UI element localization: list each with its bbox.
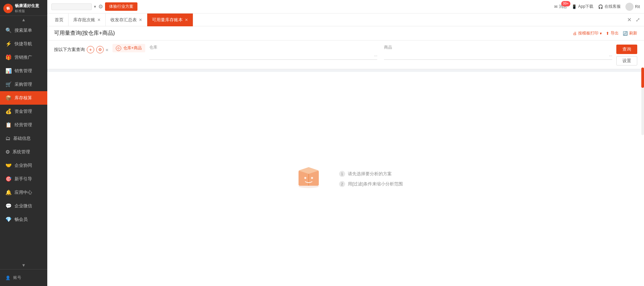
goods-input[interactable]	[384, 53, 607, 58]
filter-scheme-warehouse-goods[interactable]: ⊙ 仓库+商品	[112, 44, 145, 52]
sidebar-item-quick-nav[interactable]: ⚡ 快捷导航	[0, 37, 47, 51]
page-title: 可用量查询(按仓库+商品)	[54, 30, 115, 37]
tab-collection-summary-close[interactable]: ✕	[139, 18, 142, 22]
print-dropdown-icon[interactable]: ▾	[600, 31, 602, 36]
tab-bar: 首页 库存批次账 ✕ 收发存汇总表 ✕ 可用量库存账本 ✕ ✕ ⤢	[47, 14, 644, 26]
filter-add-button[interactable]: +	[87, 46, 94, 53]
page-header: 可用量查询(按仓库+商品) 🖨 按模板打印 ▾ ⬆ 导出 🔄 刷新	[47, 26, 644, 41]
sidebar-nav: 🔍 搜索菜单 ⚡ 快捷导航 🎁 营销推广 📊 销售管理 🛒 采购管理 📦 库存核…	[0, 24, 47, 261]
tab-collection-summary-label: 收发存汇总表	[110, 17, 137, 23]
tab-batch-ledger[interactable]: 库存批次账 ✕	[69, 14, 106, 26]
app-title: 畅康通好生意	[15, 3, 39, 9]
search-icon: 🔍	[5, 27, 12, 33]
tab-home[interactable]: 首页	[50, 14, 69, 26]
app-logo: 畅	[3, 4, 13, 13]
operation-icon: 📋	[5, 122, 12, 128]
app-download-button[interactable]: 📱 App下载	[572, 4, 593, 9]
sidebar-scroll-down[interactable]: ▼	[0, 261, 47, 269]
filter-scheme-list: ⊙ 仓库+商品	[112, 44, 145, 52]
warehouse-more-button[interactable]: ···	[374, 53, 377, 58]
print-icon: 🖨	[573, 31, 577, 36]
sidebar-item-guide[interactable]: 🎯 新手引导	[0, 172, 47, 186]
sidebar-item-basic[interactable]: 🗂 基础信息	[0, 132, 47, 145]
sidebar-scroll-up[interactable]: ▲	[0, 16, 47, 24]
tab-batch-ledger-close[interactable]: ✕	[97, 18, 101, 22]
svg-point-5	[311, 177, 313, 179]
empty-svg-icon	[293, 159, 324, 189]
online-service-button[interactable]: 🎧 在线客服	[598, 4, 621, 9]
basic-icon: 🗂	[5, 135, 10, 141]
export-button[interactable]: ⬆ 导出	[606, 30, 619, 36]
sidebar-item-search[interactable]: 🔍 搜索菜单	[0, 24, 47, 37]
svg-point-4	[304, 177, 306, 179]
filter-bar: 按以下方案查询 + ⚙ « ⊙ 仓库+商品 仓库 ···	[47, 41, 644, 69]
breadcrumb-input[interactable]	[51, 3, 92, 10]
refresh-icon: 🔄	[623, 31, 628, 36]
gear-icon[interactable]: ⚙	[98, 3, 103, 10]
goods-more-button[interactable]: ···	[609, 53, 612, 58]
header-left: ▾ ⚙ 体验行业方案	[51, 2, 551, 11]
sidebar-item-sales[interactable]: 📊 销售管理	[0, 64, 47, 78]
goods-field-input: ···	[384, 52, 612, 60]
expand-tab-button[interactable]: ⤢	[634, 17, 641, 23]
message-button[interactable]: ✉ 消息 99+	[554, 4, 567, 9]
sidebar-item-finance[interactable]: 💰 资金管理	[0, 105, 47, 118]
sidebar-item-system[interactable]: ⚙ 系统管理	[0, 145, 47, 159]
query-button[interactable]: 查询	[616, 45, 637, 54]
purchase-icon: 🛒	[5, 81, 12, 87]
vip-icon: 💎	[5, 216, 12, 223]
sidebar-item-app-center[interactable]: 🔔 应用中心	[0, 186, 47, 199]
headset-icon: 🎧	[598, 4, 603, 9]
sidebar-item-enterprise[interactable]: 🤝 企业协同	[0, 159, 47, 172]
trial-button[interactable]: 体验行业方案	[105, 2, 137, 11]
content-area: 可用量查询(按仓库+商品) 🖨 按模板打印 ▾ ⬆ 导出 🔄 刷新	[47, 26, 644, 286]
tab-available-ledger[interactable]: 可用量库存账本 ✕	[147, 14, 193, 26]
vertical-scrollbar[interactable]	[641, 68, 644, 135]
filter-settings-button[interactable]: ⚙	[96, 46, 104, 53]
tab-collection-summary[interactable]: 收发存汇总表 ✕	[106, 14, 147, 26]
top-header: ▾ ⚙ 体验行业方案 ✉ 消息 99+ 📱 App下载 🎧 在线客服 Rit	[47, 0, 644, 14]
tab-available-ledger-close[interactable]: ✕	[185, 18, 188, 22]
filter-section-label: 按以下方案查询	[54, 47, 85, 53]
warehouse-field-input: ···	[149, 52, 378, 60]
user-name[interactable]: Rit	[635, 4, 640, 9]
sidebar-item-marketing[interactable]: 🎁 营销推广	[0, 51, 47, 64]
filter-field-warehouse: 仓库 ···	[149, 45, 378, 60]
wechat-icon: 💬	[5, 203, 12, 209]
sales-icon: 📊	[5, 68, 12, 74]
empty-illustration	[288, 159, 329, 199]
tab-end-buttons: ✕ ⤢	[626, 17, 641, 23]
sidebar-item-operation[interactable]: 📋 经营管理	[0, 118, 47, 132]
empty-hint-2: 2 用[过滤]条件来缩小分析范围	[339, 181, 403, 187]
tab-batch-ledger-label: 库存批次账	[73, 17, 95, 23]
filter-collapse-button[interactable]: «	[106, 47, 108, 52]
tab-home-label: 首页	[55, 17, 63, 23]
sidebar-item-wechat[interactable]: 💬 企业微信	[0, 199, 47, 213]
close-tab-button[interactable]: ✕	[626, 17, 633, 23]
scrollbar-thumb[interactable]	[641, 68, 644, 88]
sidebar-bottom-item[interactable]: 👤 账号	[0, 272, 47, 283]
print-button[interactable]: 🖨 按模板打印 ▾	[573, 30, 602, 36]
chevron-down-icon[interactable]: ▾	[94, 4, 96, 9]
sidebar-item-vip[interactable]: 💎 畅会员	[0, 213, 47, 226]
sidebar-header: 畅 畅康通好生意 标准版	[0, 0, 47, 16]
empty-state: 1 请先选择要分析的方案 2 用[过滤]条件来缩小分析范围	[47, 72, 644, 286]
empty-hint-1-num: 1	[339, 171, 345, 177]
user-profile-button[interactable]: Rit	[625, 3, 640, 11]
empty-text: 1 请先选择要分析的方案 2 用[过滤]条件来缩小分析范围	[339, 171, 403, 187]
export-icon: ⬆	[606, 31, 609, 36]
sidebar-item-inventory[interactable]: 📦 库存核算	[0, 91, 47, 105]
header-right: ✉ 消息 99+ 📱 App下载 🎧 在线客服 Rit	[554, 3, 640, 11]
empty-hint-1: 1 请先选择要分析的方案	[339, 171, 403, 177]
message-badge: 99+	[561, 1, 570, 6]
filter-field-goods: 商品 ···	[384, 45, 612, 60]
warehouse-field-label: 仓库	[149, 45, 378, 50]
settings-button[interactable]: 设置	[616, 56, 637, 66]
marketing-icon: 🎁	[5, 54, 12, 60]
warehouse-input[interactable]	[149, 53, 372, 58]
avatar	[625, 3, 634, 11]
refresh-button[interactable]: 🔄 刷新	[623, 30, 637, 36]
sidebar-item-purchase[interactable]: 🛒 采购管理	[0, 78, 47, 91]
system-icon: ⚙	[5, 149, 10, 155]
quick-nav-icon: ⚡	[5, 41, 12, 47]
